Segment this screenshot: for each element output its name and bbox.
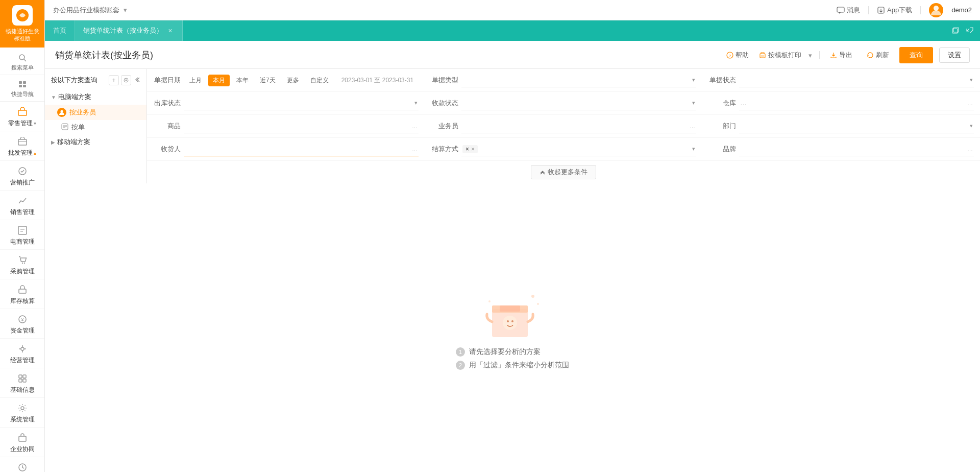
help-button[interactable]: ? 帮助: [722, 49, 753, 62]
sidebar-item-wholesale[interactable]: 批发管理▴: [0, 131, 44, 161]
scheme-edit-icon[interactable]: [121, 75, 131, 85]
sidebar-item-retail[interactable]: 零售管理▾: [0, 102, 44, 131]
settings-button[interactable]: 设置: [939, 48, 970, 63]
outstatus-dropdown-icon: ▾: [414, 100, 418, 106]
page-header: 销货单统计表(按业务员) ? 帮助 按模板打印 ▾ 导出 刷: [45, 41, 980, 69]
date-more[interactable]: 更多: [282, 75, 304, 86]
consignee-control[interactable]: …: [184, 142, 419, 156]
date-control[interactable]: 上月 本月 本年 近7天 更多 自定义 2023-03-01 至 2023-03…: [184, 73, 419, 87]
quick-nav-label: 快捷导航: [11, 90, 34, 98]
sidebar-item-basic[interactable]: 基础信息: [0, 368, 44, 398]
brand-control[interactable]: …: [739, 142, 974, 156]
date-this-month[interactable]: 本月: [208, 75, 230, 86]
date-last-month[interactable]: 上月: [185, 75, 206, 86]
tab-maximize-btn[interactable]: [964, 25, 976, 37]
print-dropdown-icon[interactable]: ▾: [807, 50, 813, 61]
quick-nav-item[interactable]: 快捷导航: [0, 75, 44, 102]
scheme-group-mobile-title[interactable]: ▶ 移动端方案: [45, 134, 146, 150]
scheme-add-icon[interactable]: +: [109, 75, 119, 85]
message-button[interactable]: 消息: [837, 6, 860, 15]
tab-close-icon[interactable]: ✕: [166, 27, 174, 35]
scheme-item-salesperson-label: 按业务员: [69, 108, 96, 117]
app-title-dropdown[interactable]: ▾: [124, 6, 127, 14]
help-icon: ?: [726, 52, 733, 59]
date-this-year[interactable]: 本年: [232, 75, 253, 86]
filter-brand-cell: 品牌 …: [702, 141, 980, 157]
sidebar-item-sales[interactable]: 销售管理: [0, 191, 44, 220]
user-avatar[interactable]: [929, 3, 943, 17]
scheme-collapse-btn[interactable]: [133, 76, 140, 85]
department-control[interactable]: ▾: [739, 119, 974, 133]
docstatus-dropdown-icon: ▾: [970, 77, 973, 83]
tab-restore-btn[interactable]: [949, 25, 962, 37]
app-download-button[interactable]: App下载: [877, 6, 912, 15]
retail-icon: [17, 107, 28, 117]
svg-point-12: [21, 262, 22, 263]
export-button[interactable]: 导出: [826, 49, 856, 62]
salesperson-control[interactable]: …: [461, 119, 696, 133]
newguide-icon: [17, 462, 28, 472]
wholesale-label: 批发管理▴: [8, 149, 36, 157]
scheme-group-mobile-arrow: ▶: [51, 139, 55, 145]
doctype-control[interactable]: ▾: [461, 73, 696, 87]
svg-point-33: [934, 6, 939, 11]
svg-line-2: [24, 59, 26, 61]
tab-home[interactable]: 首页: [45, 20, 75, 41]
payment-control[interactable]: ▾: [461, 96, 696, 110]
system-icon: [17, 403, 28, 413]
retail-label: 零售管理▾: [8, 119, 36, 128]
sidebar-item-ecommerce[interactable]: 电商管理: [0, 220, 44, 250]
search-menu-item[interactable]: 搜索菜单: [0, 48, 44, 75]
empty-step-2: 2 用「过滤」条件来缩小分析范围: [456, 361, 569, 370]
svg-point-48: [537, 303, 539, 305]
sidebar-item-system[interactable]: 系统管理: [0, 398, 44, 428]
date-7days[interactable]: 近7天: [255, 75, 280, 86]
collapse-button[interactable]: 收起更多条件: [531, 165, 596, 179]
outstatus-label: 出库状态: [153, 99, 181, 108]
print-button[interactable]: 按模板打印: [759, 51, 801, 60]
settlement-clear-icon[interactable]: ×: [471, 146, 475, 153]
refresh-button[interactable]: 刷新: [863, 49, 893, 62]
sidebar-item-purchase[interactable]: 采购管理: [0, 250, 44, 279]
logo-icon: [12, 5, 33, 26]
outstatus-control[interactable]: ▾: [184, 96, 419, 110]
scheme-group-desktop-title[interactable]: ▼ 电脑端方案: [45, 89, 146, 105]
svg-point-13: [23, 262, 24, 263]
product-control[interactable]: …: [184, 119, 419, 133]
svg-rect-8: [18, 139, 27, 145]
docstatus-control[interactable]: ▾: [739, 73, 974, 87]
ecommerce-icon: [17, 225, 28, 235]
scheme-sub-item-order[interactable]: 按单: [45, 120, 146, 134]
purchase-icon: [17, 255, 28, 265]
scheme-item-salesperson[interactable]: 按业务员: [45, 105, 146, 120]
main-area: 办公用品行业模拟账套 ▾ 消息 App下载 demo2 首页 销货单统计表: [45, 0, 980, 472]
svg-rect-21: [23, 379, 26, 382]
collapse-label: 收起更多条件: [548, 168, 587, 177]
sidebar-item-operations[interactable]: 经营管理: [0, 339, 44, 368]
department-dropdown-icon: ▾: [970, 123, 973, 129]
svg-rect-39: [761, 55, 764, 57]
warehouse-placeholder: …: [740, 99, 747, 107]
warehouse-label: 仓库: [708, 99, 736, 108]
scheme-sub-icon: [61, 123, 68, 132]
refresh-icon: [867, 52, 874, 59]
user-name[interactable]: demo2: [951, 6, 972, 14]
salesperson-label: 业务员: [431, 122, 458, 131]
filter-date-cell: 单据日期 上月 本月 本年 近7天 更多 自定义 2023-03-01 至 20…: [147, 72, 425, 88]
sidebar-item-enterprise[interactable]: 企业协同: [0, 428, 44, 457]
sidebar-item-marketing[interactable]: 营销推广: [0, 161, 44, 191]
step-num-1: 1: [456, 347, 465, 357]
sidebar-item-newguide[interactable]: 新手引导: [0, 457, 44, 472]
empty-state: 1 请先选择要分析的方案 2 用「过滤」条件来缩小分析范围: [45, 183, 980, 472]
sidebar-item-finance[interactable]: ¥ 资金管理: [0, 309, 44, 339]
settlement-control[interactable]: × × ▾: [461, 142, 696, 156]
query-button[interactable]: 查询: [899, 47, 933, 63]
enterprise-icon: [17, 433, 28, 443]
sidebar-item-inventory[interactable]: 库存核算: [0, 279, 44, 309]
app-logo[interactable]: 畅捷通好生意 标准版: [0, 0, 44, 48]
date-buttons: 上月 本月 本年 近7天 更多 自定义: [185, 75, 333, 86]
print-icon: [759, 52, 766, 59]
date-custom[interactable]: 自定义: [306, 75, 333, 86]
warehouse-control[interactable]: … …: [739, 96, 974, 110]
tab-sales-stat[interactable]: 销货单统计表（按业务员） ✕: [75, 20, 183, 41]
